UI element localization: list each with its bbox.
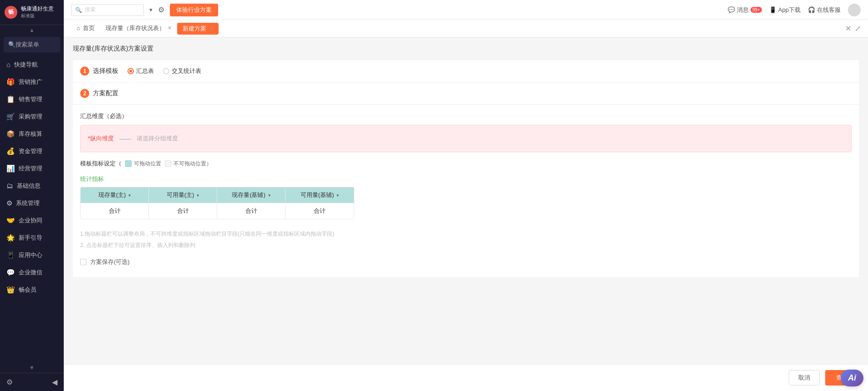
stats-body-row: 合计 合计 合计 合计	[81, 203, 354, 219]
legend-draggable-box	[125, 160, 132, 167]
sidebar-item-operation[interactable]: 📊 经营管理	[0, 160, 64, 177]
radio-cross-dot	[163, 68, 169, 74]
sidebar-item-label: 基础信息	[17, 182, 41, 190]
top-header: 🔍 搜索 ▾ ⚙ 体验行业方案 💬 消息 99+ 📱 App下载 🎧 在线客服	[64, 0, 868, 20]
newguide-icon: 🌟	[6, 234, 15, 242]
operation-icon: 📊	[6, 165, 15, 173]
stats-col-0[interactable]: 现存量(主) ▾	[81, 187, 149, 203]
tab-new-close[interactable]: ✕	[209, 26, 213, 31]
trial-button[interactable]: 体验行业方案	[170, 4, 218, 16]
system-icon: ⚙	[6, 199, 12, 207]
sidebar-item-label: 经营管理	[19, 165, 42, 173]
sidebar-item-purchase[interactable]: 🛒 采购管理	[0, 108, 64, 125]
sidebar-item-label: 企业微信	[19, 268, 42, 277]
app-download-action[interactable]: 📱 App下载	[769, 6, 801, 14]
save-option: 方案保存(可选)	[80, 252, 852, 272]
sidebar-item-label: 资金管理	[19, 147, 42, 155]
config-section: 1 选择模板 汇总表 交叉统计表 2	[73, 60, 859, 277]
sidebar-scroll-down[interactable]: ▼	[0, 363, 64, 373]
tab-expand-icon[interactable]: ⤢	[855, 24, 861, 33]
app-name: 畅康通好生意	[21, 5, 54, 13]
search-label: 搜索菜单	[15, 41, 39, 49]
stats-col-3[interactable]: 可用量(基辅) ▾	[286, 187, 354, 203]
app-version: 标准版	[21, 13, 54, 19]
sidebar-item-system[interactable]: ⚙ 系统管理	[0, 195, 64, 212]
sidebar-item-sales[interactable]: 📋 销售管理	[0, 91, 64, 108]
sidebar-item-quick-nav[interactable]: ⌂ 快捷导航	[0, 56, 64, 73]
chevron-down-3-icon: ▾	[337, 193, 339, 198]
sidebar-item-marketing[interactable]: 🎁 营销推广	[0, 73, 64, 91]
sidebar-item-corp[interactable]: 🤝 企业协同	[0, 212, 64, 229]
ai-badge[interactable]: Ai	[841, 370, 863, 386]
sidebar-item-wechat[interactable]: 💬 企业微信	[0, 264, 64, 281]
settings-icon[interactable]: ⚙	[6, 378, 13, 386]
header-dropdown[interactable]: ▾	[149, 6, 153, 13]
sidebar-item-label: 库存核算	[19, 130, 42, 138]
legend-draggable-label: 可拖动位置	[134, 160, 161, 168]
step1-title: 选择模板	[93, 67, 118, 75]
radio-summary[interactable]: 汇总表	[128, 67, 154, 75]
online-service-action[interactable]: 🎧 在线客服	[808, 6, 841, 14]
dimension-placeholder: 请选择分组维度	[137, 134, 178, 143]
radio-cross[interactable]: 交叉统计表	[163, 67, 201, 75]
stats-label: 统计指标	[80, 175, 852, 183]
sidebar-item-inventory[interactable]: 📦 库存核算	[0, 125, 64, 143]
corp-icon: 🤝	[6, 216, 15, 225]
quick-nav-icon: ⌂	[6, 61, 10, 68]
stats-col-2-label: 现存量(基辅)	[232, 191, 266, 199]
search-icon: 🔍	[8, 41, 15, 48]
wechat-icon: 💬	[6, 268, 15, 277]
header-search-placeholder: 搜索	[85, 6, 96, 14]
stats-col-3-label: 可用量(基辅)	[301, 191, 334, 199]
page-content: 现存量(库存状况表)方案设置 1 选择模板 汇总表 交叉统计表	[64, 37, 868, 364]
dimension-box[interactable]: *纵向维度 —— 请选择分组维度	[80, 125, 852, 152]
stats-body-1: 合计	[149, 203, 217, 219]
stats-body-0: 合计	[81, 203, 149, 219]
step1-header: 1 选择模板 汇总表 交叉统计表	[73, 60, 859, 82]
avatar[interactable]	[848, 4, 861, 16]
header-left: 🔍 搜索 ▾ ⚙ 体验行业方案	[71, 4, 218, 16]
step2-header: 2 方案配置	[73, 82, 859, 104]
sidebar-item-label: 销售管理	[19, 95, 42, 103]
stats-col-2[interactable]: 现存量(基辅) ▾	[217, 187, 286, 203]
header-gear-button[interactable]: ⚙	[158, 5, 164, 14]
header-search-box[interactable]: 🔍 搜索	[71, 4, 144, 16]
sidebar-item-member[interactable]: 👑 畅会员	[0, 281, 64, 298]
sidebar-scroll-up[interactable]: ▲	[0, 25, 64, 35]
collapse-icon[interactable]: ◀	[52, 378, 57, 386]
cancel-button[interactable]: 取消	[789, 370, 820, 386]
tab-new[interactable]: 新建方案 ✕	[177, 23, 219, 35]
tab-new-label: 新建方案	[183, 25, 206, 33]
app-logo: 畅 畅康通好生意 标准版	[0, 0, 64, 25]
page-title: 现存量(库存状况表)方案设置	[73, 45, 859, 53]
radio-cross-label: 交叉统计表	[172, 67, 201, 75]
radio-summary-label: 汇总表	[136, 67, 154, 75]
tab-close-icon[interactable]: ✕	[845, 24, 851, 33]
aggregate-label: 汇总维度（必选）	[80, 112, 852, 120]
indicators-section: 模板指标设定（ 可拖动位置 不可拖动位置）	[80, 159, 852, 168]
dimension-inner: *纵向维度 —— 请选择分组维度	[88, 134, 844, 143]
sidebar-item-newguide[interactable]: 🌟 新手引导	[0, 229, 64, 247]
stats-container: 统计指标 现存量(主) ▾ 可用量(主) ▾	[80, 175, 852, 221]
message-action[interactable]: 💬 消息 99+	[728, 6, 762, 14]
tab-home[interactable]: ⌂ 首页	[71, 20, 100, 37]
legend-fixed-box	[165, 160, 171, 167]
tab-inventory-close[interactable]: ✕	[168, 25, 172, 31]
tip-2: 2. 点击标题栏下拉可设置排序、插入列和删除列	[80, 241, 852, 250]
tab-inventory[interactable]: 现存量（库存状况表） ✕	[100, 20, 177, 37]
header-search-icon: 🔍	[75, 7, 82, 13]
message-badge: 99+	[751, 7, 762, 13]
sidebar-search[interactable]: 🔍 搜索菜单	[4, 37, 60, 52]
sidebar-item-finance[interactable]: 💰 资金管理	[0, 143, 64, 160]
sidebar-bottom: ⚙ ◀	[0, 373, 64, 391]
save-checkbox[interactable]	[80, 259, 87, 265]
tab-inventory-label: 现存量（库存状况表）	[106, 24, 165, 32]
sales-icon: 📋	[6, 95, 15, 103]
appcenter-icon: 📱	[6, 251, 15, 259]
sidebar-item-basic[interactable]: 🗂 基础信息	[0, 177, 64, 195]
stats-col-1[interactable]: 可用量(主) ▾	[149, 187, 217, 203]
sidebar-item-appcenter[interactable]: 📱 应用中心	[0, 247, 64, 264]
sidebar-item-label: 采购管理	[19, 113, 42, 121]
sidebar-nav: ⌂ 快捷导航 🎁 营销推广 📋 销售管理 🛒 采购管理 📦 库存核算 💰 资金管…	[0, 54, 64, 363]
sidebar-item-label: 畅会员	[19, 286, 36, 294]
